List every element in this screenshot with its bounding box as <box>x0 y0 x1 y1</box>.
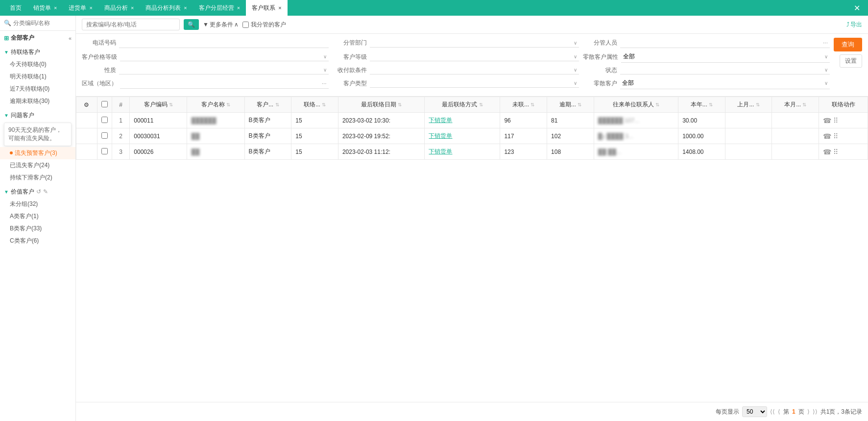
current-page: 1 <box>792 408 796 415</box>
pending-contact-title[interactable]: ▼ 待联络客户 <box>0 46 75 58</box>
row-checkbox-1[interactable] <box>97 128 112 144</box>
select-all-checkbox[interactable] <box>101 101 108 107</box>
row-check-2[interactable] <box>101 148 108 154</box>
col-no-contact[interactable]: 未联... ⇅ <box>500 97 547 113</box>
tab-purchase[interactable]: 进货单 × <box>63 0 98 16</box>
col-this-month[interactable]: 本月... ⇅ <box>772 97 819 113</box>
filter-search-input[interactable] <box>82 19 180 30</box>
col-this-year[interactable]: 本年... ⇅ <box>678 97 725 113</box>
col-last-month[interactable]: 上月... ⇅ <box>725 97 772 113</box>
col-name[interactable]: 客户名称 ⇅ <box>187 97 244 113</box>
sidebar-item-churn-warning[interactable]: 流失预警客户(3) <box>0 147 75 159</box>
manager-select[interactable]: ··· <box>620 38 830 48</box>
sidebar-item-7days[interactable]: 近7天待联络(0) <box>0 83 75 95</box>
query-button[interactable]: 查询 <box>834 38 862 51</box>
gender-select[interactable]: ∨ <box>119 66 329 74</box>
tab-goods-analysis[interactable]: 商品分析 × <box>98 0 140 16</box>
col-unit-contact[interactable]: 往来单位联系人 ⇅ <box>594 97 678 113</box>
col-settings[interactable]: ⚙ <box>76 97 97 113</box>
row-last-way-1[interactable]: 下销货单 <box>425 128 500 144</box>
tab-goods-list-close[interactable]: × <box>184 5 187 11</box>
sidebar-item-declining[interactable]: 持续下滑客户(2) <box>0 172 75 184</box>
sidebar-item-overdue[interactable]: 逾期未联络(30) <box>0 95 75 107</box>
col-code[interactable]: 客户编码 ⇅ <box>130 97 187 113</box>
col-overdue[interactable]: 逾期... ⇅ <box>547 97 594 113</box>
sidebar-item-churned[interactable]: 已流失客户(24) <box>0 159 75 172</box>
tab-customer-tier-close[interactable]: × <box>237 5 240 11</box>
action-more-icon-0[interactable]: ⠿ <box>833 117 838 124</box>
last-way-link-1[interactable]: 下销货单 <box>429 132 452 139</box>
pending-contact-label: 待联络客户 <box>11 48 40 56</box>
prev-first-icon[interactable]: ⟨⟨ <box>770 408 775 415</box>
tab-sales[interactable]: 销货单 × <box>27 0 63 16</box>
prev-icon[interactable]: ⟨ <box>778 408 780 415</box>
sidebar-collapse-btn[interactable]: « <box>69 35 72 41</box>
sidebar-item-today[interactable]: 今天待联络(0) <box>0 58 75 71</box>
row-checkbox-0[interactable] <box>97 113 112 128</box>
tab-goods-list[interactable]: 商品分析列表 × <box>140 0 193 16</box>
zero-customer-select[interactable]: 全部 ∨ <box>620 77 830 89</box>
col-last-contact-date[interactable]: 最后联络日期 ⇅ <box>338 97 425 113</box>
problem-customers-title[interactable]: ▼ 问题客户 <box>0 109 75 122</box>
price-level-select[interactable]: ∨ <box>120 52 329 61</box>
sidebar-item-class-c[interactable]: C类客户(6) <box>0 235 75 247</box>
sidebar-item-tomorrow[interactable]: 明天待联络(1) <box>0 71 75 83</box>
manager-dots-icon[interactable]: ··· <box>823 39 828 46</box>
tab-customer-contact-close[interactable]: × <box>278 5 281 11</box>
tab-goods-analysis-close[interactable]: × <box>131 5 134 11</box>
dept-select[interactable]: ∨ <box>370 39 579 48</box>
action-contact-icon-2[interactable]: ☎ <box>823 148 831 156</box>
per-page-select[interactable]: 50 100 <box>742 406 767 417</box>
window-close-button[interactable]: ✕ <box>850 3 864 13</box>
action-more-icon-1[interactable]: ⠿ <box>833 132 838 140</box>
tab-customer-contact[interactable]: 客户联系 × <box>246 0 287 16</box>
customer-type-select[interactable]: ∨ <box>370 79 579 88</box>
row-last-way-2[interactable]: 下销货单 <box>425 144 500 160</box>
col-type-label: 客户... <box>257 101 273 108</box>
edit-icon[interactable]: ✎ <box>43 188 48 195</box>
row-unit-contact-2: ██ ██... <box>594 144 678 160</box>
row-last-way-0[interactable]: 下销货单 <box>425 113 500 128</box>
sidebar-item-class-a[interactable]: A类客户(1) <box>0 210 75 223</box>
zero-attr-select[interactable]: 全部 ∨ <box>621 51 830 63</box>
sidebar-search-input[interactable] <box>13 20 76 26</box>
next-icon[interactable]: ⟩ <box>807 408 810 415</box>
tab-customer-tier[interactable]: 客户分层经营 × <box>193 0 246 16</box>
action-contact-icon-0[interactable]: ☎ <box>823 117 831 124</box>
customer-level-select[interactable]: ∨ <box>370 52 579 61</box>
sidebar-item-ungrouped[interactable]: 未分组(32) <box>0 198 75 210</box>
sidebar-item-class-b[interactable]: B类客户(33) <box>0 223 75 235</box>
region-select[interactable]: ··· <box>120 78 329 89</box>
my-customers-checkbox[interactable]: 我分管的客户 <box>242 21 286 29</box>
last-way-link-0[interactable]: 下销货单 <box>429 117 452 124</box>
phone-input[interactable] <box>119 38 329 48</box>
row-check-0[interactable] <box>101 117 108 123</box>
value-customers-title[interactable]: ▼ 价值客户 ↺ ✎ <box>0 186 75 198</box>
sort-icon-unit: ⇅ <box>655 102 659 107</box>
status-select[interactable]: ∨ <box>620 66 830 74</box>
action-contact-icon-1[interactable]: ☎ <box>823 132 831 140</box>
action-more-icon-2[interactable]: ⠿ <box>833 148 838 156</box>
row-checkbox-2[interactable] <box>97 144 112 160</box>
tab-sales-close[interactable]: × <box>54 5 57 11</box>
row-check-1[interactable] <box>101 132 108 139</box>
settings-button[interactable]: 设置 <box>840 54 862 68</box>
page-label: 第 <box>783 408 789 416</box>
refresh-icon[interactable]: ↺ <box>36 188 41 195</box>
churn-warning-label: 流失预警客户(3) <box>15 149 57 157</box>
payment-select[interactable]: ∨ <box>370 66 579 74</box>
all-customers-header[interactable]: ⊞ 全部客户 « <box>0 31 75 45</box>
col-checkbox[interactable] <box>97 97 112 113</box>
col-contact[interactable]: 联络... ⇅ <box>291 97 338 113</box>
last-way-link-2[interactable]: 下销货单 <box>429 148 452 155</box>
region-dots-icon[interactable]: ··· <box>322 80 327 87</box>
my-customers-check[interactable] <box>242 22 249 28</box>
col-type[interactable]: 客户... ⇅ <box>244 97 291 113</box>
export-button[interactable]: ⤴ 导出 <box>846 21 862 29</box>
col-last-contact-way[interactable]: 最后联络方式 ⇅ <box>425 97 500 113</box>
tab-home[interactable]: 首页 <box>4 0 27 16</box>
tab-purchase-close[interactable]: × <box>89 5 92 11</box>
next-last-icon[interactable]: ⟩⟩ <box>813 408 818 415</box>
filter-search-button[interactable]: 🔍 <box>184 19 199 30</box>
more-conditions-toggle[interactable]: ▼ 更多条件 ∧ <box>203 21 239 29</box>
